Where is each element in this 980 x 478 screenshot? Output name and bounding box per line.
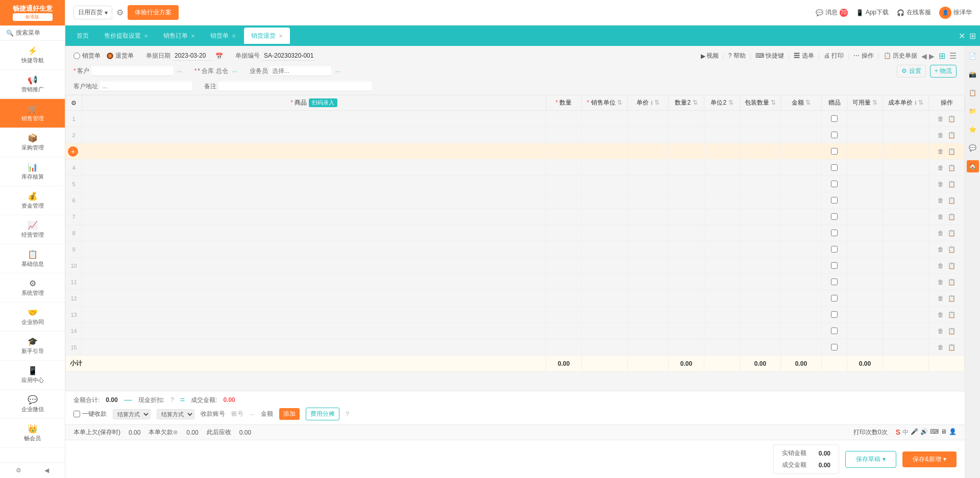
row-gift-12[interactable] <box>822 290 847 307</box>
row-unit-5[interactable] <box>582 176 628 192</box>
tab-price-settings[interactable]: 售价提取设置✕ <box>97 28 155 44</box>
row-unit-7[interactable] <box>582 209 628 225</box>
copy-row-5[interactable]: 📋 <box>948 181 955 188</box>
user-item[interactable]: 👤 徐泽华 <box>939 7 972 19</box>
row-qty2-9[interactable] <box>669 241 704 258</box>
row-qty2-10[interactable] <box>669 258 704 274</box>
row-available-8[interactable] <box>847 225 883 241</box>
rp-icon-3[interactable]: 📋 <box>967 87 979 99</box>
sidebar-item-basic[interactable]: 📋基础信息 <box>0 244 65 273</box>
row-unit-4[interactable] <box>582 160 628 176</box>
row-qty-2[interactable] <box>546 127 582 143</box>
row-available-7[interactable] <box>847 209 883 225</box>
industry-select[interactable]: 日用百货 ▾ <box>74 6 112 19</box>
row-unit2-15[interactable] <box>704 339 740 356</box>
row-packqty-8[interactable] <box>740 225 781 241</box>
row-amount-15[interactable] <box>781 339 822 356</box>
collapse-icon[interactable]: ◀ <box>44 467 49 474</box>
row-price-12[interactable] <box>628 290 669 307</box>
copy-row-13[interactable]: 📋 <box>948 311 955 318</box>
history-btn[interactable]: 📋 历史单据 <box>884 52 917 60</box>
delete-row-5[interactable]: 🗑 <box>938 181 944 188</box>
delete-row-9[interactable]: 🗑 <box>938 246 944 253</box>
product-input-3[interactable] <box>84 148 544 155</box>
row-packqty-10[interactable] <box>740 258 781 274</box>
tab-sales-return[interactable]: 销货退货✕ <box>244 28 290 44</box>
row-packqty-3[interactable] <box>740 143 781 160</box>
row-qty2-13[interactable] <box>669 307 704 323</box>
row-unit2-10[interactable] <box>704 258 740 274</box>
list-view-btn[interactable]: ☰ <box>949 51 957 61</box>
one-click-pay-checkbox[interactable]: 一键收款 <box>74 410 107 418</box>
copy-row-2[interactable]: 📋 <box>948 132 955 139</box>
save-draft-button[interactable]: 保存草稿 ▾ <box>845 451 896 468</box>
row-available-5[interactable] <box>847 176 883 192</box>
row-qty-14[interactable] <box>546 323 582 339</box>
row-gift-7[interactable] <box>822 209 847 225</box>
delete-row-15[interactable]: 🗑 <box>938 344 944 351</box>
row-unit-3[interactable] <box>582 143 628 160</box>
sidebar-item-operations[interactable]: 📈经营管理 <box>0 215 65 244</box>
remark-input[interactable] <box>218 82 372 91</box>
row-available-4[interactable] <box>847 160 883 176</box>
calc-method-select[interactable]: 结算方式 <box>157 409 194 419</box>
row-price-15[interactable] <box>628 339 669 356</box>
row-qty-1[interactable] <box>546 111 582 127</box>
discount-help-icon[interactable]: ? <box>170 396 174 404</box>
row-gift-15[interactable] <box>822 339 847 356</box>
gift-checkbox-4[interactable] <box>831 164 838 171</box>
row-packqty-4[interactable] <box>740 160 781 176</box>
column-settings-btn[interactable]: ⚙ 设置 <box>897 65 925 78</box>
row-qty-12[interactable] <box>546 290 582 307</box>
sidebar-item-shortcut[interactable]: ⚡快捷导航 <box>0 41 65 70</box>
row-gift-2[interactable] <box>822 127 847 143</box>
row-qty2-3[interactable] <box>669 143 704 160</box>
row-unit2-11[interactable] <box>704 274 740 290</box>
gift-checkbox-7[interactable] <box>831 213 838 220</box>
staff-input[interactable] <box>270 66 331 76</box>
row-price-11[interactable] <box>628 274 669 290</box>
radio-return[interactable]: 退货单 <box>107 52 134 60</box>
row-unit-10[interactable] <box>582 258 628 274</box>
row-packqty-2[interactable] <box>740 127 781 143</box>
gift-checkbox-14[interactable] <box>831 328 838 334</box>
row-packqty-11[interactable] <box>740 274 781 290</box>
row-gift-8[interactable] <box>822 225 847 241</box>
row-packqty-14[interactable] <box>740 323 781 339</box>
row-unit2-5[interactable] <box>704 176 740 192</box>
copy-row-7[interactable]: 📋 <box>948 213 955 220</box>
row-available-15[interactable] <box>847 339 883 356</box>
row-unit-9[interactable] <box>582 241 628 258</box>
row-product-14[interactable] <box>82 323 546 339</box>
help-btn[interactable]: ? 帮助 <box>728 52 746 60</box>
sidebar-item-apps[interactable]: 📱应用中心 <box>0 361 65 390</box>
row-unit-2[interactable] <box>582 127 628 143</box>
row-qty-11[interactable] <box>546 274 582 290</box>
experience-button[interactable]: 体验行业方案 <box>128 5 179 20</box>
rp-icon-7[interactable]: 🏠 <box>967 160 979 172</box>
row-packqty-1[interactable] <box>740 111 781 127</box>
gift-checkbox-8[interactable] <box>831 230 838 236</box>
row-product-5[interactable] <box>82 176 546 192</box>
row-gift-11[interactable] <box>822 274 847 290</box>
calendar-icon[interactable]: 📅 <box>215 53 223 60</box>
row-price-3[interactable] <box>628 143 669 160</box>
row-qty2-12[interactable] <box>669 290 704 307</box>
copy-row-1[interactable]: 📋 <box>948 115 955 122</box>
row-gift-1[interactable] <box>822 111 847 127</box>
row-unit2-3[interactable] <box>704 143 740 160</box>
row-amount-12[interactable] <box>781 290 822 307</box>
scan-button[interactable]: 扫码录入 <box>309 98 337 107</box>
sidebar-item-newbie[interactable]: 🎓新手引导 <box>0 332 65 361</box>
row-unit2-1[interactable] <box>704 111 740 127</box>
row-qty2-14[interactable] <box>669 323 704 339</box>
row-product-4[interactable] <box>82 160 546 176</box>
row-price-7[interactable] <box>628 209 669 225</box>
row-price-10[interactable] <box>628 258 669 274</box>
row-gift-3[interactable] <box>822 143 847 160</box>
rp-icon-4[interactable]: 📁 <box>967 105 979 117</box>
row-gift-13[interactable] <box>822 307 847 323</box>
copy-row-9[interactable]: 📋 <box>948 246 955 253</box>
settings-icon[interactable]: ⚙ <box>16 467 21 474</box>
row-qty-3[interactable] <box>546 143 582 160</box>
